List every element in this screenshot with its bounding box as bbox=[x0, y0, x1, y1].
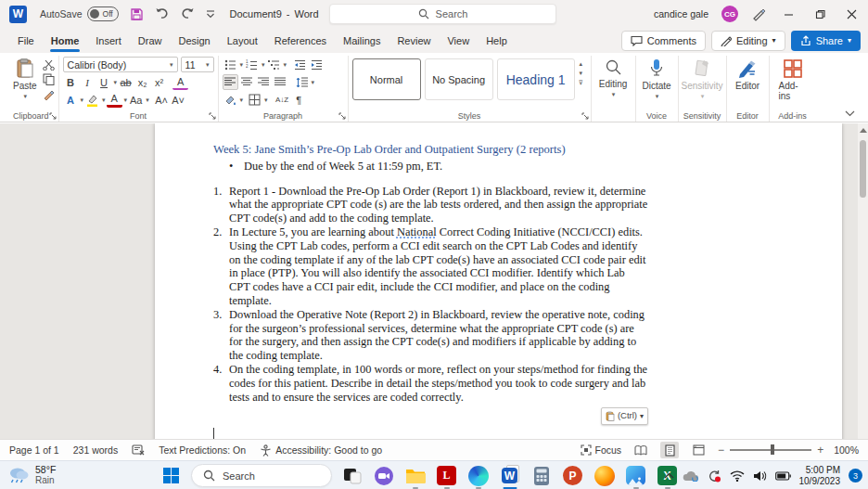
autosave-toggle[interactable]: AutoSave Off bbox=[40, 6, 119, 21]
file-explorer-button[interactable] bbox=[403, 464, 427, 487]
clipboard-dialog-launcher[interactable] bbox=[49, 112, 57, 120]
ribbon-tab-layout[interactable]: Layout bbox=[219, 31, 266, 51]
superscript-button[interactable]: x² bbox=[151, 74, 167, 90]
zoom-level[interactable]: 100% bbox=[834, 444, 859, 456]
avatar[interactable]: CG bbox=[721, 6, 738, 22]
scroll-up-arrow-icon[interactable] bbox=[860, 128, 867, 133]
underline-button[interactable]: U bbox=[96, 74, 112, 90]
line-spacing-button[interactable] bbox=[294, 74, 310, 90]
zoom-control[interactable]: − + bbox=[718, 444, 823, 457]
read-mode-button[interactable] bbox=[632, 442, 650, 458]
ribbon-tab-references[interactable]: References bbox=[266, 31, 335, 51]
styles-scroll-down[interactable]: ▾ bbox=[579, 70, 582, 77]
weather-widget[interactable]: 58°F Rain bbox=[7, 464, 56, 486]
clock[interactable]: 5:00 PM 10/9/2023 bbox=[799, 465, 841, 486]
font-size-combo[interactable]: 11▾ bbox=[181, 57, 214, 72]
style-normal[interactable]: Normal bbox=[352, 58, 421, 100]
grow-font-button[interactable]: A˄ bbox=[154, 92, 170, 108]
zoom-in-button[interactable]: + bbox=[817, 444, 823, 457]
paste-button[interactable]: Paste▾ bbox=[7, 57, 43, 109]
addins-button[interactable]: Add-ins bbox=[773, 57, 812, 103]
onedrive-icon[interactable] bbox=[683, 470, 699, 482]
styles-scroll-up[interactable]: ▴ bbox=[579, 60, 582, 68]
align-left-button[interactable] bbox=[223, 74, 238, 90]
taskbar-search-box[interactable]: Search bbox=[191, 464, 332, 487]
font-name-combo[interactable]: Calibri (Body)▾ bbox=[63, 57, 178, 72]
format-painter-button[interactable] bbox=[43, 88, 55, 100]
shrink-font-button[interactable]: A˅ bbox=[171, 92, 186, 108]
close-button[interactable] bbox=[842, 5, 861, 23]
align-center-button[interactable] bbox=[239, 74, 255, 90]
page-indicator[interactable]: Page 1 of 1 bbox=[9, 444, 59, 456]
title-search-box[interactable]: Search bbox=[329, 4, 556, 24]
battery-icon[interactable] bbox=[775, 471, 791, 481]
editing-menu-button[interactable]: Editing▾ bbox=[595, 57, 632, 100]
calculator-button[interactable] bbox=[530, 464, 553, 487]
ribbon-tab-review[interactable]: Review bbox=[389, 31, 439, 51]
editor-button[interactable]: Editor bbox=[731, 57, 765, 93]
paragraph-dialog-launcher[interactable] bbox=[338, 112, 346, 120]
numbering-button[interactable]: 12 bbox=[244, 57, 260, 72]
tray-expand-chevron-icon[interactable] bbox=[664, 472, 674, 479]
align-right-button[interactable] bbox=[256, 74, 272, 90]
vertical-scrollbar[interactable] bbox=[858, 123, 868, 439]
shading-button[interactable] bbox=[223, 92, 238, 108]
ribbon-tab-file[interactable]: File bbox=[9, 31, 43, 51]
ribbon-tab-design[interactable]: Design bbox=[170, 31, 218, 51]
minimize-button[interactable] bbox=[779, 5, 798, 23]
print-layout-button[interactable] bbox=[660, 442, 679, 458]
decrease-indent-button[interactable] bbox=[292, 57, 308, 72]
styles-gallery-expand[interactable]: ⊽ bbox=[579, 79, 583, 86]
paste-options-button[interactable]: (Ctrl)▾ bbox=[601, 407, 648, 425]
ribbon-tab-help[interactable]: Help bbox=[478, 31, 516, 51]
copy-button[interactable] bbox=[43, 73, 55, 85]
focus-mode-button[interactable]: Focus bbox=[581, 444, 622, 456]
editing-mode-button[interactable]: Editing▾ bbox=[711, 31, 785, 51]
strikethrough-button[interactable]: ab bbox=[118, 74, 134, 90]
change-case-button[interactable]: Aa bbox=[128, 92, 144, 108]
highlight-button[interactable] bbox=[84, 92, 100, 108]
zoom-slider-thumb[interactable] bbox=[771, 444, 774, 455]
subscript-button[interactable]: x₂ bbox=[134, 74, 150, 90]
ribbon-tab-view[interactable]: View bbox=[439, 31, 478, 51]
notification-badge[interactable]: 3 bbox=[849, 469, 862, 483]
sync-alert-icon[interactable] bbox=[708, 470, 721, 483]
task-view-button[interactable] bbox=[340, 464, 364, 487]
undo-button[interactable] bbox=[155, 7, 170, 20]
proofing-errors-icon[interactable] bbox=[132, 444, 145, 456]
redo-button[interactable] bbox=[181, 7, 195, 20]
scrollbar-thumb[interactable] bbox=[860, 140, 866, 198]
document-page[interactable]: Week 5: Jane Smith’s Pre-Op Lab Order an… bbox=[155, 123, 842, 439]
photos-button[interactable] bbox=[624, 464, 647, 487]
font-color-button[interactable]: A bbox=[107, 92, 122, 108]
clear-formatting-button[interactable]: A bbox=[172, 74, 188, 90]
edge-button[interactable] bbox=[466, 464, 490, 487]
multilevel-list-button[interactable] bbox=[266, 57, 282, 72]
bullets-button[interactable] bbox=[223, 57, 238, 72]
style-no-spacing[interactable]: No Spacing bbox=[425, 58, 493, 100]
sort-button[interactable]: A↓Z bbox=[274, 92, 290, 108]
account-name[interactable]: candice gale bbox=[654, 8, 708, 19]
text-effects-button[interactable]: A bbox=[63, 92, 79, 108]
styles-dialog-launcher[interactable] bbox=[581, 112, 589, 120]
show-paragraph-marks-button[interactable]: ¶ bbox=[291, 92, 307, 108]
volume-icon[interactable] bbox=[753, 470, 767, 482]
ink-pen-icon[interactable] bbox=[751, 6, 766, 21]
word-count[interactable]: 231 words bbox=[73, 444, 118, 456]
save-button[interactable] bbox=[130, 7, 144, 21]
ribbon-tab-home[interactable]: Home bbox=[43, 31, 88, 51]
wifi-icon[interactable] bbox=[730, 470, 745, 482]
accessibility-status[interactable]: Accessibility: Good to go bbox=[260, 444, 382, 457]
chat-button[interactable] bbox=[372, 464, 395, 487]
zoom-out-button[interactable]: − bbox=[718, 444, 724, 457]
share-button[interactable]: Share▾ bbox=[791, 31, 861, 51]
bold-button[interactable]: B bbox=[63, 74, 79, 90]
comments-button[interactable]: Comments bbox=[621, 31, 706, 51]
italic-button[interactable]: I bbox=[80, 74, 96, 90]
autosave-switch[interactable]: Off bbox=[87, 6, 119, 21]
dictate-button[interactable]: Dictate▾ bbox=[640, 57, 674, 102]
word-taskbar-button[interactable]: W bbox=[498, 464, 521, 487]
sensitivity-button[interactable]: Sensitivity▾ bbox=[683, 57, 722, 102]
ribbon-tab-mailings[interactable]: Mailings bbox=[335, 31, 389, 51]
powerpoint-button[interactable]: P bbox=[561, 464, 584, 487]
